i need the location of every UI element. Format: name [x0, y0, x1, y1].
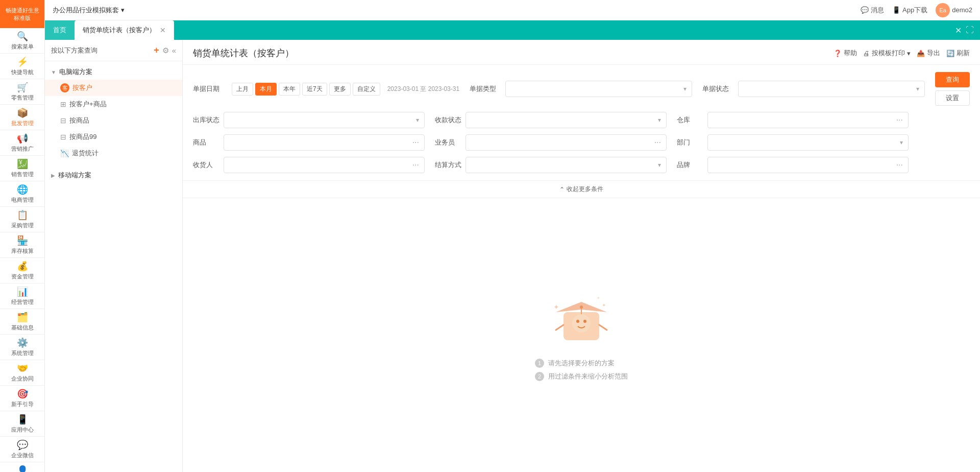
message-btn[interactable]: 💬 消息 [861, 6, 884, 15]
payment-status-control[interactable]: ▾ [465, 112, 667, 128]
date-btn-more[interactable]: 更多 [329, 83, 351, 96]
message-label: 消息 [871, 6, 884, 15]
search-menu-icon: 🔍 [17, 31, 28, 42]
sidebar-item-search-menu[interactable]: 🔍 搜索菜单 [0, 28, 44, 54]
tree-section-mobile: ▶ 移动端方案 [45, 164, 182, 186]
tab-home[interactable]: 首页 [45, 20, 75, 40]
receiver-control[interactable]: ··· [224, 157, 425, 173]
inventory-icon: 🏪 [17, 235, 28, 246]
collapse-bar[interactable]: ⌃ 收起更多条件 [183, 181, 980, 198]
sidebar-item-finance[interactable]: 💰 资金管理 [0, 258, 44, 284]
sidebar-item-sales-mgmt[interactable]: 💹 销售管理 [0, 156, 44, 181]
sidebar-item-retail[interactable]: 🛒 零售管理 [0, 79, 44, 105]
sidebar-item-newbie-label: 新手引导 [11, 400, 34, 408]
header-left: 办公用品行业模拟账套 ▾ [53, 6, 125, 15]
left-panel-settings-btn[interactable]: ⚙ [162, 46, 169, 55]
doc-status-control[interactable]: ▾ [738, 81, 925, 97]
date-btn-last-7-days[interactable]: 近7天 [302, 83, 327, 96]
sidebar-item-member[interactable]: 👤 畅会员 [0, 462, 44, 472]
department-control[interactable]: ▾ [707, 134, 909, 151]
filter-doc-type-field: 单据类型 ▾ [470, 81, 692, 97]
avatar: Ea [936, 3, 950, 17]
left-panel-add-btn[interactable]: + [154, 45, 159, 56]
account-name: 办公用品行业模拟账套 [53, 6, 119, 15]
product-control[interactable]: ··· [224, 134, 425, 151]
sidebar-item-inventory-label: 库存核算 [11, 247, 34, 255]
settlement-label: 结算方式 [435, 160, 465, 170]
sidebar-item-wholesale[interactable]: 📦 批发管理 [0, 105, 44, 130]
app-download-icon: 📱 [892, 6, 900, 14]
sidebar-item-purchase[interactable]: 📋 采购管理 [0, 207, 44, 232]
sidebar-item-app-center[interactable]: 📱 应用中心 [0, 411, 44, 437]
shipment-status-label: 出库状态 [193, 115, 224, 125]
sidebar-item-basic-info-label: 基础信息 [11, 324, 34, 332]
enterprise-icon: 🤝 [17, 363, 28, 374]
tree-item-by-product[interactable]: ⊟ 按商品 [45, 112, 182, 129]
tab-close-btn[interactable]: ✕ [160, 26, 166, 34]
template-print-btn[interactable]: 🖨 按模板打印 ▾ [863, 49, 911, 58]
left-panel-collapse-btn[interactable]: « [172, 46, 176, 55]
sidebar-item-enterprise[interactable]: 🤝 企业协同 [0, 360, 44, 386]
sidebar-item-inventory[interactable]: 🏪 库存核算 [0, 232, 44, 258]
empty-step-1: 1 请先选择要分析的方案 [535, 359, 628, 368]
refresh-btn[interactable]: 🔄 刷新 [946, 49, 970, 58]
sidebar-item-corp-wechat[interactable]: 💬 企业微信 [0, 437, 44, 462]
help-btn[interactable]: ❓ 帮助 [834, 49, 857, 58]
date-btn-this-month[interactable]: 本月 [255, 83, 277, 96]
sidebar-item-system[interactable]: ⚙️ 系统管理 [0, 335, 44, 360]
retail-icon: 🛒 [17, 82, 28, 93]
user-profile[interactable]: Ea demo2 [936, 3, 972, 17]
warehouse-control[interactable]: ··· [707, 112, 909, 128]
left-panel-title: 按以下方案查询 [51, 46, 97, 55]
receiver-dots[interactable]: ··· [412, 160, 419, 170]
filter-doc-status-field: 单据状态 ▾ [702, 81, 925, 97]
tree-item-return-stats[interactable]: 📉 退货统计 [45, 145, 182, 161]
template-print-label: 按模板打印 [872, 49, 905, 58]
svg-line-7 [556, 325, 564, 330]
tree-item-by-customer-product[interactable]: ⊞ 按客户+商品 [45, 96, 182, 112]
shipment-status-control[interactable]: ▾ [224, 112, 425, 128]
salesperson-dots[interactable]: ··· [654, 138, 661, 147]
tree-group-mobile[interactable]: ▶ 移动端方案 [45, 168, 182, 183]
doc-type-label: 单据类型 [470, 84, 505, 93]
filter-date-field: 单据日期 上月 本月 本年 近7天 更多 自定义 2023-03-01 至 20… [193, 83, 459, 96]
warehouse-label: 仓库 [677, 115, 707, 125]
tab-minimize-btn[interactable]: ✕ [955, 26, 962, 35]
tree-group-desktop-label: 电脑端方案 [59, 67, 92, 77]
filter-settlement-field: 结算方式 ▾ [435, 157, 667, 173]
date-btn-this-year[interactable]: 本年 [279, 83, 300, 96]
tab-home-label: 首页 [53, 26, 66, 35]
brand-control[interactable]: ··· [707, 157, 909, 173]
export-btn[interactable]: 📤 导出 [917, 49, 940, 58]
refresh-icon: 🔄 [946, 50, 954, 57]
svg-text:✦: ✦ [602, 302, 606, 308]
date-btn-last-month[interactable]: 上月 [232, 83, 253, 96]
collapse-label: 收起更多条件 [567, 185, 603, 194]
sidebar-item-basic-info[interactable]: 🗂️ 基础信息 [0, 309, 44, 335]
tree-section-desktop: ▼ 电脑端方案 客 按客户 ⊞ 按客户+商品 ⊟ 按商品 ⊟ 按商品99 [45, 61, 182, 164]
tree-item-by-customer[interactable]: 客 按客户 [45, 80, 182, 96]
warehouse-dots[interactable]: ··· [896, 115, 903, 125]
account-dropdown[interactable]: 办公用品行业模拟账套 ▾ [53, 6, 125, 15]
date-btn-custom[interactable]: 自定义 [353, 83, 380, 96]
tree-item-return-stats-label: 退货统计 [72, 149, 99, 158]
tree-item-by-product-99[interactable]: ⊟ 按商品99 [45, 129, 182, 145]
tab-sales-stats[interactable]: 销货单统计表（按客户） ✕ [75, 20, 174, 40]
sidebar-item-quick-nav[interactable]: ⚡ 快捷导航 [0, 54, 44, 79]
sidebar-item-operations[interactable]: 📊 经营管理 [0, 284, 44, 309]
product-dots[interactable]: ··· [412, 138, 419, 147]
settlement-control[interactable]: ▾ [465, 157, 667, 173]
sidebar-item-marketing[interactable]: 📢 营销推广 [0, 130, 44, 156]
app-download-btn[interactable]: 📱 App下载 [892, 6, 927, 15]
settings-btn[interactable]: 设置 [935, 90, 970, 106]
help-icon: ❓ [834, 50, 842, 57]
salesperson-control[interactable]: ··· [465, 134, 667, 151]
sidebar-item-ecommerce[interactable]: 🌐 电商管理 [0, 181, 44, 207]
brand-dots[interactable]: ··· [896, 160, 903, 170]
doc-type-control[interactable]: ▾ [505, 81, 692, 97]
operations-icon: 📊 [17, 286, 28, 297]
tree-group-desktop[interactable]: ▼ 电脑端方案 [45, 64, 182, 80]
tab-maximize-btn[interactable]: ⛶ [966, 26, 974, 35]
sidebar-item-newbie[interactable]: 🎯 新手引导 [0, 386, 44, 411]
query-btn[interactable]: 查询 [935, 72, 970, 87]
